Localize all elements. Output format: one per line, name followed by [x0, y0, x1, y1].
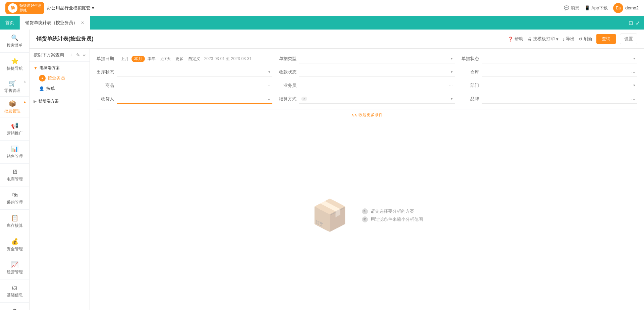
- chevron-icon: ▲: [23, 80, 26, 83]
- left-sidebar: 🔍 搜索菜单 ⭐ 快捷导航 🛒 零售管理 ▲ 📦 批发管理 ▲: [0, 30, 30, 310]
- base-icon: 🗂: [12, 284, 18, 291]
- retail-icon: 🛒: [9, 80, 16, 87]
- sidebar-item-wholesale[interactable]: 📦 批发管理 ▲: [0, 97, 29, 117]
- date-btn-custom[interactable]: 自定义: [186, 56, 202, 62]
- sidebar-item-ecommerce[interactable]: 🖥 电商管理: [0, 164, 29, 187]
- department-select[interactable]: ▾: [482, 81, 637, 90]
- scheme-sub-doc[interactable]: 👤 按单: [30, 84, 90, 94]
- goods-input[interactable]: ···: [117, 81, 272, 90]
- print-icon: 🖨: [527, 37, 532, 42]
- wholesale-icon: 📦: [9, 100, 16, 107]
- tab-minimize-icon[interactable]: ⊡: [629, 20, 633, 26]
- filter-receive-status: 收款状态 ▾: [279, 67, 455, 77]
- collapse-up-icon: ∧∧: [351, 113, 357, 117]
- receive-status-select[interactable]: ▾: [299, 67, 455, 77]
- scheme-group-pc-header[interactable]: ▼ 电脑端方案: [30, 63, 90, 73]
- help-btn[interactable]: ❓ 帮助: [508, 36, 523, 42]
- settings-btn[interactable]: 设置: [620, 34, 637, 44]
- doc-icon: 👤: [39, 86, 44, 91]
- print-arrow-icon: ▾: [556, 37, 558, 42]
- system-icon: ⚙: [12, 307, 17, 310]
- tab-expand-icon[interactable]: ⤢: [636, 20, 640, 26]
- app-download-btn[interactable]: 📱 App下载: [585, 5, 608, 11]
- refresh-btn[interactable]: ↺ 刷新: [579, 36, 592, 42]
- empty-illustration: 📦: [311, 198, 348, 233]
- empty-tip-2: ② 用过滤条件来缩小分析范围: [362, 216, 423, 222]
- scheme-group-mobile-header[interactable]: ▶ 移动端方案: [30, 96, 90, 106]
- filter-brand: 品牌 ···: [462, 94, 637, 104]
- salesperson-input[interactable]: ···: [299, 81, 455, 90]
- sidebar-item-base[interactable]: 🗂 基础信息: [0, 279, 29, 302]
- filter-consignee: 收货人 ···: [97, 94, 272, 104]
- sidebar-item-sales[interactable]: 📊 销售管理: [0, 141, 29, 164]
- mobile-icon: 📱: [585, 5, 590, 10]
- sidebar-item-finance[interactable]: 💰 资金管理: [0, 233, 29, 256]
- marketing-icon: 📢: [11, 122, 18, 130]
- out-status-arrow-icon: ▾: [268, 70, 270, 74]
- tab-close-icon[interactable]: ✕: [81, 20, 84, 25]
- doc-status-select[interactable]: ▾: [482, 54, 637, 63]
- sidebar-item-inventory[interactable]: 📋 库存核算: [0, 210, 29, 233]
- scheme-collapse-btn[interactable]: «: [83, 52, 86, 58]
- scheme-edit-btn[interactable]: ✎: [76, 52, 80, 58]
- enterprise-selector[interactable]: 办公用品行业模拟账套 ▾: [47, 5, 94, 11]
- payment-tag: ×: [301, 97, 307, 101]
- search-icon: 🔍: [11, 34, 18, 42]
- consignee-input[interactable]: ···: [117, 94, 272, 104]
- finance-icon: 💰: [11, 238, 18, 245]
- message-icon: 💬: [564, 5, 569, 10]
- date-btn-this-year[interactable]: 本年: [146, 56, 158, 62]
- payment-arrow-icon: ▾: [451, 97, 453, 101]
- warehouse-input[interactable]: ···: [482, 67, 637, 77]
- payment-tag-close[interactable]: ×: [303, 97, 305, 101]
- salesperson-dots-icon: ···: [449, 83, 453, 88]
- enterprise-name: 办公用品行业模拟账套: [47, 5, 91, 11]
- chevron-up-icon: ▲: [23, 100, 26, 104]
- filter-department: 部门 ▾: [462, 81, 637, 90]
- brand-dots-icon: ···: [631, 96, 635, 102]
- doc-type-arrow-icon: ▾: [451, 56, 453, 61]
- scheme-group-mobile: ▶ 移动端方案: [30, 95, 90, 107]
- sidebar-item-system[interactable]: ⚙ 系统管理: [0, 303, 29, 310]
- page-title: 销货单统计表(按业务员): [36, 36, 94, 43]
- filter-salesperson: 业务员 ···: [279, 81, 455, 90]
- brand-input[interactable]: ···: [482, 94, 637, 104]
- date-range: 2023-03-01 至 2023-03-31: [204, 56, 252, 62]
- date-btn-more[interactable]: 更多: [173, 56, 185, 62]
- filter-out-status: 出库状态 ▾: [97, 67, 272, 77]
- scheme-sub-salesperson[interactable]: ● 按业务员: [30, 73, 90, 84]
- scheme-panel-header: 按以下方案查询: [34, 52, 64, 58]
- expand-right-icon: ▶: [34, 99, 37, 104]
- payment-select[interactable]: × ▾: [299, 94, 455, 104]
- export-btn[interactable]: ↓ 导出: [562, 36, 575, 42]
- filter-warehouse: 仓库 ···: [462, 67, 637, 77]
- logo-icon: 畅: [8, 3, 17, 13]
- warehouse-dots-icon: ···: [631, 69, 635, 75]
- doc-status-arrow-icon: ▾: [633, 56, 635, 61]
- query-btn[interactable]: 查询: [596, 34, 616, 44]
- sidebar-item-marketing[interactable]: 📢 营销推广: [0, 117, 29, 141]
- user-menu[interactable]: Ea demo2: [613, 3, 639, 13]
- sidebar-item-retail[interactable]: 🛒 零售管理 ▲: [0, 76, 29, 97]
- scheme-add-btn[interactable]: +: [70, 52, 73, 58]
- date-btn-7days[interactable]: 近7天: [158, 56, 173, 62]
- message-btn[interactable]: 💬 消息: [564, 5, 579, 11]
- page-header: 销货单统计表(按业务员) ❓ 帮助 🖨 按模板打印 ▾ ↓: [30, 30, 644, 49]
- help-icon: ❓: [508, 37, 513, 42]
- scheme-badge: ●: [39, 75, 46, 82]
- receive-status-arrow-icon: ▾: [451, 70, 453, 74]
- sidebar-item-quick-nav[interactable]: ⭐ 快捷导航: [0, 53, 29, 76]
- print-btn[interactable]: 🖨 按模板打印 ▾: [527, 36, 558, 42]
- sidebar-item-operation[interactable]: 📈 经营管理: [0, 256, 29, 279]
- date-btn-this-month[interactable]: 本月: [131, 56, 145, 62]
- sidebar-item-search[interactable]: 🔍 搜索菜单: [0, 30, 29, 53]
- tab-sales-stat[interactable]: 销货单统计表（按业务员） ✕: [20, 16, 90, 30]
- collapse-btn[interactable]: ∧∧ 收起更多条件: [97, 109, 637, 120]
- out-status-select[interactable]: ▾: [117, 67, 272, 77]
- date-btn-last-month[interactable]: 上月: [119, 56, 131, 62]
- sidebar-item-purchase[interactable]: 🛍 采购管理: [0, 187, 29, 210]
- refresh-icon: ↺: [579, 37, 582, 42]
- tab-home[interactable]: 首页: [0, 16, 20, 30]
- empty-tip-1: ① 请先选择要分析的方案: [362, 208, 423, 214]
- doc-type-select[interactable]: ▾: [299, 54, 455, 63]
